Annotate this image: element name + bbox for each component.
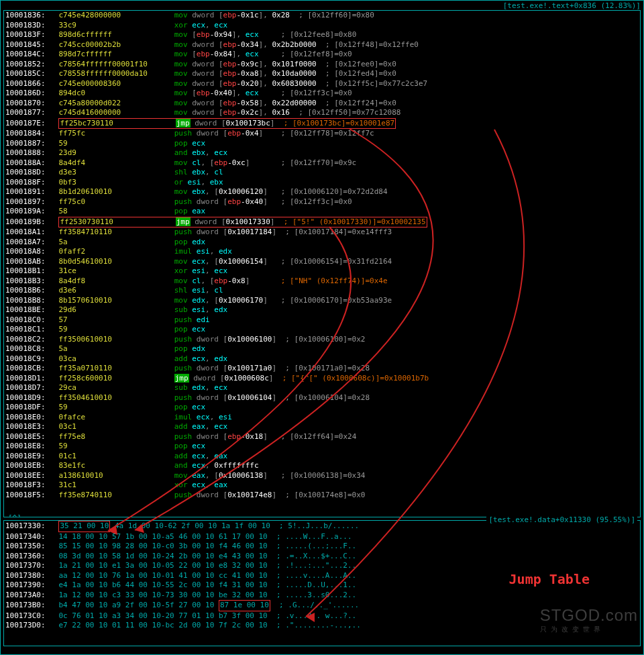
disasm-row[interactable]: 100018C0: 57 push edi bbox=[5, 315, 639, 325]
disasm-row[interactable]: 100018B8: 8b1570610010 mov edx, [0x10006… bbox=[5, 296, 639, 306]
disasm-row[interactable]: 100018C8: 5a pop edx bbox=[5, 344, 639, 354]
hex-row[interactable]: 10017370: 1a 21 00 10 e1 3a 00 10-05 22 … bbox=[5, 561, 639, 571]
disasm-row[interactable]: 100018E3: 03c1 add eax, ecx bbox=[5, 422, 639, 432]
disasm-row[interactable]: 100018BE: 29d6 sub esi, edx bbox=[5, 305, 639, 315]
disasm-row[interactable]: 100018CB: ff35a0710110 push dword [0x100… bbox=[5, 364, 639, 374]
disasm-row[interactable]: 100018A7: 5a pop edx bbox=[5, 238, 639, 248]
watermark: STGOD.com 只为改变世界 bbox=[540, 606, 638, 634]
jump-table-label: Jump Table bbox=[509, 571, 590, 587]
disasm-row[interactable]: 1000184C: 898d7cffffff mov [ebp-0x84], e… bbox=[5, 50, 639, 60]
disasm-row[interactable]: 100018C2: ff3500610010 push dword [0x100… bbox=[5, 335, 639, 345]
disasm-row[interactable]: 100018AB: 8b0d54610010 mov ecx, [0x10006… bbox=[5, 257, 639, 267]
disasm-row[interactable]: 100018A8: 0faff2 imul esi, edx bbox=[5, 247, 639, 257]
disasm-row[interactable]: 10001891: 8b1d20610010 mov ebx, [0x10006… bbox=[5, 187, 639, 197]
disasm-row[interactable]: 100018EE: a138610010 mov eax, [0x1000613… bbox=[5, 471, 639, 481]
disasm-row[interactable]: 100018EB: 83e1fc and ecx, 0xfffffffc bbox=[5, 461, 639, 471]
disasm-row[interactable]: 100018F3: 31c1 xor ecx, eax bbox=[5, 481, 639, 491]
disasm-row[interactable]: 100018E8: 59 pop ecx bbox=[5, 442, 639, 452]
disasm-row[interactable]: 10001852: c78564ffffff00001f10 mov dword… bbox=[5, 60, 639, 70]
disasm-row[interactable]: 10001897: ff75c0 push dword [ebp-0x40] ;… bbox=[5, 197, 639, 207]
disasm-row[interactable]: 100018D7: 29ca sub edx, ecx bbox=[5, 383, 639, 393]
disasm-row[interactable]: 1000186D: 894dc0 mov [ebp-0x40], ecx ; [… bbox=[5, 89, 639, 99]
disasm-row[interactable]: 100018B3: 8a4df8 mov cl, [ebp-0x8] ; ["N… bbox=[5, 276, 639, 287]
disasm-row[interactable]: 10001836: c745e428000000 mov dword [ebp-… bbox=[5, 11, 639, 21]
hex-row[interactable]: 10017360: 08 3d 00 10 58 1d 00 10-24 2b … bbox=[5, 552, 639, 562]
disasm-row[interactable]: 100018E0: 0fafce imul ecx, esi bbox=[5, 413, 639, 423]
disasm-row[interactable]: 1000187E: ff25bc730110 jmp dword [0x1001… bbox=[5, 118, 639, 130]
disasm-row[interactable]: 100018D9: ff3504610010 push dword [0x100… bbox=[5, 393, 639, 403]
watermark-main: STGOD.com bbox=[540, 606, 638, 624]
disasm-row[interactable]: 1000183F: 898d6cffffff mov [ebp-0x94], e… bbox=[5, 30, 639, 40]
disasm-row[interactable]: 100018A1: ff3584710110 push dword [0x100… bbox=[5, 228, 639, 238]
disasm-row[interactable]: 1000188A: 8a4df4 mov cl, [ebp-0xc] ; [0x… bbox=[5, 158, 639, 168]
disasm-row[interactable]: 100018C1: 59 pop ecx bbox=[5, 325, 639, 335]
disasm-row[interactable]: 10001877: c745d416000000 mov dword [ebp-… bbox=[5, 108, 639, 118]
hex-row[interactable]: 10017350: 85 15 00 10 98 28 00 10-c0 3b … bbox=[5, 542, 639, 552]
disasm-row[interactable]: 100018DF: 59 pop ecx bbox=[5, 403, 639, 413]
disasm-row[interactable]: 1000189B: ff2530730110 jmp dword [0x1001… bbox=[5, 217, 639, 228]
disasm-row[interactable]: 10001845: c745cc00002b2b mov dword [ebp-… bbox=[5, 40, 639, 50]
disasm-row[interactable]: 1000183D: 33c9 xor ecx, ecx bbox=[5, 21, 639, 31]
hex-title: [test.exe!.data+0x11330 (95.55%)] bbox=[486, 515, 637, 524]
disassembly-panel[interactable]: 10001836: c745e428000000 mov dword [ebp-… bbox=[3, 10, 641, 517]
disasm-row[interactable]: 100018E9: 01c1 add ecx, eax bbox=[5, 452, 639, 462]
terminal: [test.exe!.text+0x836 (12.83%)] 10001836… bbox=[0, 0, 644, 655]
hex-row[interactable]: 10017340: 14 18 00 10 57 1b 00 10-a5 46 … bbox=[5, 532, 639, 542]
disasm-row[interactable]: 10001866: c745e000008360 mov dword [ebp-… bbox=[5, 79, 639, 89]
disasm-row[interactable]: 100018B1: 31ce xor esi, ecx bbox=[5, 266, 639, 276]
panel-corner-marker: [^] bbox=[8, 513, 21, 517]
disasm-row[interactable]: 1000188D: d3e3 shl ebx, cl bbox=[5, 168, 639, 178]
disasm-row[interactable]: 10001888: 23d9 and ebx, ecx bbox=[5, 148, 639, 158]
disasm-row[interactable]: 100018F5: ff35e8740110 push dword [0x100… bbox=[5, 491, 639, 501]
disasm-row[interactable]: 100018E5: ff75e8 push dword [ebp-0x18] ;… bbox=[5, 432, 639, 442]
title-bar: [test.exe!.text+0x836 (12.83%)] bbox=[500, 1, 643, 11]
hex-row[interactable]: 100173A0: 1a 12 00 10 c3 33 00 10-73 30 … bbox=[5, 591, 639, 601]
disasm-row[interactable]: 10001870: c745a80000d022 mov dword [ebp-… bbox=[5, 99, 639, 109]
disasm-row[interactable]: 10001884: ff75fc push dword [ebp-0x4] ; … bbox=[5, 129, 639, 139]
disasm-row[interactable]: 1000189A: 58 pop eax bbox=[5, 207, 639, 217]
disasm-row[interactable]: 100018C9: 03ca add ecx, edx bbox=[5, 354, 639, 364]
disasm-row[interactable]: 100018D1: ff258c600010 jmp dword [0x1000… bbox=[5, 374, 639, 384]
disasm-row[interactable]: 1000185C: c78558ffffff0000da10 mov dword… bbox=[5, 69, 639, 79]
disasm-row[interactable]: 1000188F: 0bf3 or esi, ebx bbox=[5, 178, 639, 188]
watermark-sub: 只为改变世界 bbox=[540, 625, 638, 634]
disasm-row[interactable]: 10001887: 59 pop ecx bbox=[5, 139, 639, 149]
disasm-row[interactable]: 100018B6: d3e6 shl esi, cl bbox=[5, 286, 639, 296]
